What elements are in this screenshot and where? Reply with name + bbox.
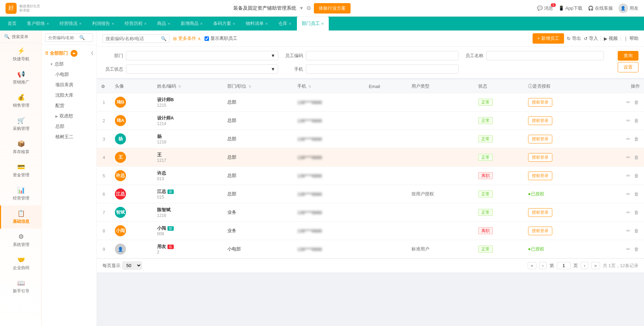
phone-input[interactable] [306,64,458,74]
left-nav-item-9[interactable]: 🤝企业协同 [0,252,41,275]
auth-button[interactable]: 授权登录 [528,208,552,217]
dept-edit-icon[interactable]: ✏ [71,50,78,57]
tab-close-3[interactable]: ✕ [111,22,114,26]
show-resign-checkbox-wrap[interactable]: 显示离职员工 [205,35,237,42]
edit-button[interactable]: ✏ [626,99,631,105]
delete-button[interactable]: 🗑 [634,155,639,160]
edit-button[interactable]: ✏ [626,136,631,142]
import-button[interactable]: ↺ 导入 [584,35,598,42]
video-button[interactable]: ▶ 视频 [604,35,618,42]
edit-button[interactable]: ✏ [626,191,631,197]
col-dept[interactable]: 部门/职位 ⇅ [223,80,293,93]
dept-item-shuanglv[interactable]: ▶ 双虑想 [50,111,97,121]
settings-icon[interactable]: ⚙ [306,5,311,11]
left-nav-item-0[interactable]: ⚡快捷导航 [0,43,41,66]
message-button[interactable]: 💬 消息 5 [537,5,553,11]
nav-tab-6[interactable]: 新增商品✕ [176,17,208,30]
left-nav-item-7[interactable]: 📋基础信息 [0,205,41,229]
left-nav-item-8[interactable]: ⚙系统管理 [0,229,41,252]
user-area[interactable]: 👤 用友 [618,3,638,13]
tab-close-7[interactable]: ✕ [233,22,235,26]
dept-search-input[interactable] [48,35,79,40]
app-download-button[interactable]: 📱 App下载 [559,5,582,11]
col-name[interactable]: 姓名/编码 ⇅ [153,80,223,93]
tab-close-4[interactable]: ✕ [144,22,147,26]
nav-tab-4[interactable]: 经营历程✕ [120,17,152,30]
dept-filter-select[interactable]: ▼ [126,51,278,60]
nav-tab-2[interactable]: 经营情况✕ [55,17,87,30]
left-nav-item-2[interactable]: 💰销售管理 [0,89,41,113]
left-nav-item-3[interactable]: 🛒采购管理 [0,113,41,136]
nav-tab-3[interactable]: 利润报告✕ [87,17,119,30]
search-menu-input[interactable] [12,34,37,39]
delete-button[interactable]: 🗑 [634,118,639,123]
first-page-button[interactable]: « [528,262,536,269]
delete-button[interactable]: 🗑 [634,173,639,178]
last-page-button[interactable]: » [591,262,600,269]
edit-button[interactable]: ✏ [626,118,631,123]
page-number-input[interactable] [557,262,571,269]
tab-close-5[interactable]: ✕ [167,22,170,26]
col-phone[interactable]: 手机 ⇅ [293,80,364,93]
search-icon[interactable]: 🔍 [161,36,166,41]
left-nav-item-1[interactable]: 📢营销推广 [0,66,41,89]
tab-close-9[interactable]: ✕ [289,22,291,26]
nav-tab-10[interactable]: 部门员工✕ [297,17,329,30]
delete-button[interactable]: 🗑 [634,246,639,252]
delete-button[interactable]: 🗑 [634,210,639,215]
emp-status-select[interactable]: ▼ [126,64,278,74]
auth-button[interactable]: 授权登录 [528,227,552,235]
auth-button[interactable]: 授权登录 [528,153,552,162]
trial-button[interactable]: 体验行业方案 [314,3,351,14]
dept-item-xiangmu[interactable]: 项目库房 [50,80,97,90]
dept-item-zhishu[interactable]: 植树王二 [50,132,97,142]
show-resign-checkbox[interactable] [205,36,209,41]
tab-close-6[interactable]: ✕ [200,22,203,26]
tab-close-8[interactable]: ✕ [265,22,268,26]
tab-close-1[interactable]: ✕ [46,22,49,26]
help-button[interactable]: ｜ 帮助 [624,35,638,42]
dropdown-arrow-icon[interactable]: ▼ [299,6,303,11]
dept-collapse-btn[interactable]: 《 [89,51,93,56]
dept-search-icon[interactable]: 🔍 [79,35,85,40]
export-button[interactable]: ↻ 导出 [567,35,581,42]
dept-item-zongbu-parent[interactable]: ▼ 总部 [44,59,97,69]
query-button[interactable]: 查询 [618,51,638,61]
auth-button[interactable]: 授权登录 [528,98,552,107]
nav-tab-8[interactable]: 物料清单✕ [241,17,273,30]
tab-close-10[interactable]: ✕ [321,22,324,26]
left-nav-item-4[interactable]: 📦库存核算 [0,136,41,159]
delete-button[interactable]: 🗑 [634,228,639,234]
delete-button[interactable]: 🗑 [634,136,639,142]
edit-button[interactable]: ✏ [626,246,631,252]
emp-code-input[interactable] [306,51,458,60]
dept-item-zongbu[interactable]: 总部 [50,121,97,132]
delete-button[interactable]: 🗑 [634,99,639,105]
edit-button[interactable]: ✏ [626,228,631,234]
all-dept-item[interactable]: ⠿ 全部部门 ✏ 《 [42,48,97,59]
dept-item-xiaodian[interactable]: 小电部 [50,69,97,80]
nav-tab-9[interactable]: 仓库✕ [273,17,296,30]
more-filter-button[interactable]: ⊞ 更多条件 ∧ [173,35,201,42]
delete-button[interactable]: 🗑 [634,191,639,197]
col-settings[interactable]: ⚙ [97,80,111,93]
search-menu-item[interactable]: 🔍 [0,30,41,43]
emp-name-input[interactable] [486,51,604,60]
nav-tab-1[interactable]: 客户联络✕ [22,17,54,30]
edit-button[interactable]: ✏ [626,155,631,160]
add-employee-button[interactable]: + 新增员工 [533,33,564,44]
nav-tab-0[interactable]: 首页 [3,17,21,30]
employee-search-input[interactable] [106,36,161,41]
reset-button[interactable]: 设置 [618,62,638,72]
left-nav-item-6[interactable]: 📊经营管理 [0,182,41,205]
prev-page-button[interactable]: ‹ [539,262,547,269]
nav-tab-7[interactable]: 条码方案✕ [208,17,240,30]
auth-button[interactable]: 授权登录 [528,171,552,180]
left-nav-item-10[interactable]: 📖新手引导 [0,275,41,298]
auth-button[interactable]: 授权登录 [528,116,552,125]
dept-item-peihuo[interactable]: 配货 [50,100,97,111]
per-page-select[interactable]: 50 100 200 [123,262,142,270]
edit-button[interactable]: ✏ [626,210,631,215]
left-nav-item-5[interactable]: 💳资金管理 [0,159,41,182]
next-page-button[interactable]: › [581,262,588,269]
